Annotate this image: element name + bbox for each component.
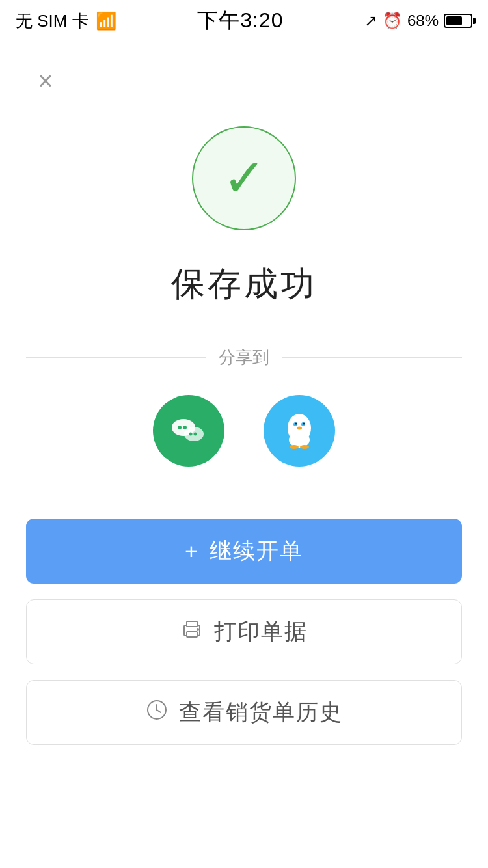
svg-point-12 (297, 426, 302, 429)
status-bar: 无 SIM 卡 📶 下午3:20 ↗ ⏰ 68% (0, 0, 488, 42)
svg-point-15 (300, 445, 309, 449)
wechat-icon (169, 414, 208, 447)
sim-label: 无 SIM 卡 (16, 10, 89, 33)
svg-point-19 (197, 628, 199, 631)
print-button[interactable]: 打印单据 (26, 599, 462, 664)
clock-icon (145, 698, 169, 727)
wifi-icon: 📶 (96, 11, 116, 31)
history-button[interactable]: 查看销货单历史 (26, 680, 462, 745)
main-content: × ✓ 保存成功 分享到 (0, 42, 488, 761)
svg-point-11 (303, 422, 305, 424)
share-label: 分享到 (219, 346, 269, 369)
wechat-share-button[interactable] (153, 395, 224, 467)
svg-point-10 (295, 422, 297, 424)
close-button[interactable]: × (26, 61, 65, 100)
continue-label: 继续开单 (210, 536, 303, 566)
printer-icon (180, 617, 204, 646)
continue-button[interactable]: + 继续开单 (26, 519, 462, 584)
plus-icon: + (185, 539, 199, 564)
status-left: 无 SIM 卡 📶 (16, 10, 116, 33)
svg-point-4 (189, 433, 193, 436)
status-right: ↗ ⏰ 68% (364, 12, 472, 30)
svg-point-14 (290, 445, 299, 449)
share-icons-row (153, 395, 335, 467)
close-icon: × (38, 68, 53, 94)
divider-right (282, 357, 462, 358)
alarm-icon: ⏰ (383, 12, 402, 30)
svg-rect-17 (187, 621, 197, 627)
success-circle: ✓ (192, 126, 296, 230)
status-time: 下午3:20 (197, 7, 283, 35)
svg-rect-18 (187, 632, 197, 637)
battery-icon (444, 14, 472, 28)
location-icon: ↗ (364, 12, 377, 30)
print-label: 打印单据 (214, 617, 308, 647)
qq-share-button[interactable] (264, 395, 335, 467)
success-title: 保存成功 (171, 262, 317, 307)
checkmark-icon: ✓ (223, 152, 266, 204)
battery-percent: 68% (407, 12, 439, 30)
svg-point-2 (183, 426, 187, 429)
divider-left (26, 357, 206, 358)
share-divider: 分享到 (26, 346, 462, 369)
qq-icon (282, 410, 318, 452)
history-label: 查看销货单历史 (179, 698, 343, 727)
svg-point-5 (194, 433, 197, 436)
svg-point-1 (178, 426, 182, 429)
